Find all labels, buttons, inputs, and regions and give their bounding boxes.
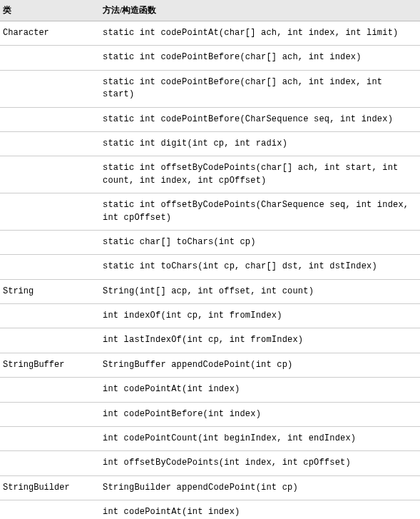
method-cell: static char[] toChars(int cp) <box>100 230 420 254</box>
class-cell <box>0 255 100 279</box>
method-cell: StringBuilder appendCodePoint(int cp) <box>100 475 420 500</box>
table-row: static int offsetByCodePoints(char[] ach… <box>0 156 420 193</box>
methods-table: 类 方法/构造函数 Characterstatic int codePointA… <box>0 0 420 519</box>
class-cell <box>0 70 100 107</box>
class-cell <box>0 193 100 231</box>
class-cell <box>0 156 100 193</box>
table-row: static char[] toChars(int cp) <box>0 230 420 254</box>
class-cell <box>0 107 100 131</box>
method-cell: String(int[] acp, int offset, int count) <box>100 279 420 303</box>
class-cell <box>0 46 100 70</box>
class-cell: StringBuffer <box>0 353 100 377</box>
class-cell <box>0 427 100 451</box>
method-cell: int offsetByCodePoints(int index, int cp… <box>100 451 420 475</box>
table-row: static int toChars(int cp, char[] dst, i… <box>0 255 420 279</box>
table-row: int codePointBefore(int index) <box>0 402 420 426</box>
class-cell <box>0 378 100 402</box>
table-row: static int codePointBefore(CharSequence … <box>0 107 420 131</box>
method-cell: static int digit(int cp, int radix) <box>100 131 420 156</box>
method-cell: static int codePointBefore(char[] ach, i… <box>100 70 420 107</box>
method-cell: int codePointAt(int index) <box>100 500 420 519</box>
class-cell <box>0 131 100 156</box>
table-row: StringBufferStringBuffer appendCodePoint… <box>0 353 420 377</box>
class-cell <box>0 402 100 426</box>
table-row: static int digit(int cp, int radix) <box>0 131 420 156</box>
class-cell <box>0 500 100 519</box>
class-cell: String <box>0 279 100 303</box>
method-cell: static int toChars(int cp, char[] dst, i… <box>100 255 420 279</box>
method-cell: static int offsetByCodePoints(CharSequen… <box>100 193 420 231</box>
method-cell: int codePointCount(int beginIndex, int e… <box>100 427 420 451</box>
method-cell: int lastIndexOf(int cp, int fromIndex) <box>100 328 420 353</box>
table-row: Characterstatic int codePointAt(char[] a… <box>0 21 420 46</box>
table-row: static int codePointBefore(char[] ach, i… <box>0 70 420 107</box>
table-row: int offsetByCodePoints(int index, int cp… <box>0 451 420 475</box>
class-cell: Character <box>0 21 100 46</box>
class-cell <box>0 451 100 475</box>
header-method: 方法/构造函数 <box>100 0 420 21</box>
table-header-row: 类 方法/构造函数 <box>0 0 420 21</box>
header-class: 类 <box>0 0 100 21</box>
table-row: int codePointAt(int index) <box>0 378 420 402</box>
table-row: int codePointCount(int beginIndex, int e… <box>0 427 420 451</box>
class-cell <box>0 304 100 328</box>
table-row: StringBuilderStringBuilder appendCodePoi… <box>0 475 420 500</box>
class-cell <box>0 328 100 353</box>
table-row: int lastIndexOf(int cp, int fromIndex) <box>0 328 420 353</box>
method-cell: int indexOf(int cp, int fromIndex) <box>100 304 420 328</box>
method-cell: static int codePointBefore(char[] ach, i… <box>100 46 420 70</box>
class-cell: StringBuilder <box>0 475 100 500</box>
method-cell: static int offsetByCodePoints(char[] ach… <box>100 156 420 193</box>
table-row: static int codePointBefore(char[] ach, i… <box>0 46 420 70</box>
method-cell: StringBuffer appendCodePoint(int cp) <box>100 353 420 377</box>
class-cell <box>0 230 100 254</box>
table-row: int codePointAt(int index) <box>0 500 420 519</box>
method-cell: static int codePointBefore(CharSequence … <box>100 107 420 131</box>
table-row: StringString(int[] acp, int offset, int … <box>0 279 420 303</box>
method-cell: int codePointBefore(int index) <box>100 402 420 426</box>
table-row: int indexOf(int cp, int fromIndex) <box>0 304 420 328</box>
method-cell: static int codePointAt(char[] ach, int i… <box>100 21 420 46</box>
table-row: static int offsetByCodePoints(CharSequen… <box>0 193 420 231</box>
method-cell: int codePointAt(int index) <box>100 378 420 402</box>
